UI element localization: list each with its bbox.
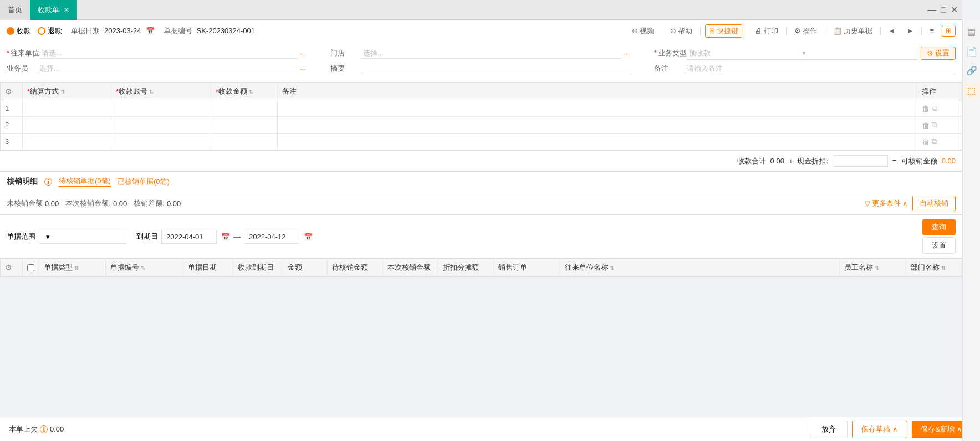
next-button[interactable]: ► (904, 25, 917, 36)
due-date-start-input[interactable] (161, 230, 217, 244)
sort-type[interactable]: ⇅ (74, 265, 79, 271)
row-1-delete-icon[interactable]: 🗑 (922, 104, 930, 113)
operation-button[interactable]: ⚙ 操作 (791, 25, 820, 37)
sort-icon-account[interactable]: ⇅ (149, 89, 154, 95)
save-new-arrow-icon[interactable]: ∧ (957, 425, 962, 433)
row-1-remarks[interactable] (278, 100, 917, 116)
done-tab[interactable]: 已核销单据(0笔) (118, 177, 170, 187)
store-input[interactable] (361, 48, 621, 59)
more-conditions-button[interactable]: ▽ 更多条件 ∧ (865, 198, 908, 208)
row-1-copy-icon[interactable]: ⧉ (932, 104, 937, 113)
row-1-account[interactable] (111, 100, 211, 116)
sidebar-icon-4[interactable]: ⬚ (964, 83, 979, 98)
staff-input[interactable] (37, 63, 298, 74)
radio-receipt[interactable]: 收款 (7, 26, 31, 36)
shortcut-button[interactable]: ⊞ 快捷键 (705, 24, 742, 38)
row-3-copy-icon[interactable]: ⧉ (932, 137, 937, 146)
save-draft-arrow-icon[interactable]: ∧ (892, 425, 898, 433)
due-date-end-input[interactable] (244, 230, 299, 244)
grid-view-button[interactable]: ⊞ (942, 25, 956, 37)
sidebar-icon-3[interactable]: 🔗 (964, 63, 979, 78)
bt-col-gear[interactable]: ⚙ (1, 259, 23, 276)
doc-date-value[interactable]: 2023-03-24 (104, 27, 141, 35)
row-3-remarks[interactable] (278, 134, 917, 150)
row-2-copy-icon[interactable]: ⧉ (932, 120, 937, 130)
prev-button[interactable]: ◄ (885, 25, 899, 36)
row-3-account[interactable] (111, 134, 211, 150)
business-type-select[interactable]: 预收款 ▾ (687, 47, 917, 60)
table-row: 3 🗑 ⧉ (1, 134, 962, 150)
print-button[interactable]: 🖨 打印 (752, 25, 782, 37)
help-button[interactable]: ⊙ 帮助 (667, 25, 696, 37)
sort-icon-amount[interactable]: ⇅ (249, 89, 253, 95)
sort-staff[interactable]: ⇅ (875, 265, 879, 271)
row-2-remarks[interactable] (278, 117, 917, 133)
shortcut-icon: ⊞ (709, 27, 715, 35)
settings-button[interactable]: ⚙ 设置 (921, 47, 956, 60)
info-icon[interactable]: ℹ (44, 178, 52, 186)
store-more-icon[interactable]: ··· (621, 49, 632, 58)
sort-no[interactable]: ⇅ (141, 265, 145, 271)
filter-settings-button[interactable]: 设置 (922, 237, 956, 254)
doc-date-calendar-icon[interactable]: 📅 (146, 27, 155, 35)
row-2-amount[interactable] (211, 117, 278, 133)
sort-dept[interactable]: ⇅ (941, 265, 946, 271)
col-settings[interactable]: ⚙ (1, 83, 23, 100)
pending-tab[interactable]: 待核销单据(0笔) (59, 176, 111, 187)
close-button[interactable]: ✕ (951, 4, 958, 15)
divider-1 (662, 27, 662, 35)
summary-input[interactable] (361, 63, 632, 74)
bottom-info-icon[interactable]: ℹ (40, 425, 48, 433)
video-button[interactable]: ⊙ 视频 (629, 25, 657, 37)
tab-home[interactable]: 首页 (0, 0, 30, 20)
row-3-settlement[interactable] (23, 134, 111, 150)
discount-label: 现金折扣: (797, 156, 828, 166)
due-date-filter: 到期日 📅 — 📅 (136, 230, 313, 244)
doc-no-label: 单据编号 (164, 26, 192, 36)
counterparty-more-icon[interactable]: ··· (298, 49, 308, 58)
row-3-delete-icon[interactable]: 🗑 (922, 137, 930, 146)
row-1-settlement[interactable] (23, 100, 111, 116)
maximize-button[interactable]: □ (941, 5, 946, 15)
minimize-button[interactable]: — (927, 5, 936, 15)
sort-icon-settlement[interactable]: ⇅ (60, 89, 65, 95)
staff-more-icon[interactable]: ··· (298, 65, 308, 73)
due-date-start-calendar-icon[interactable]: 📅 (221, 233, 230, 241)
auto-cancel-button[interactable]: 自动核销 (912, 196, 956, 211)
bt-col-no: 单据编号 ⇅ (106, 259, 183, 276)
query-button[interactable]: 查询 (922, 219, 956, 235)
receipt-type-group: 收款 退款 (7, 26, 62, 36)
tab-home-label: 首页 (8, 5, 22, 15)
save-draft-button[interactable]: 保存草稿 ∧ (852, 421, 907, 438)
row-2-delete-icon[interactable]: 🗑 (922, 121, 930, 130)
counterparty-input[interactable] (39, 48, 298, 59)
bt-col-check[interactable] (23, 259, 39, 276)
bt-gear-icon[interactable]: ⚙ (5, 263, 12, 272)
list-view-button[interactable]: ≡ (926, 25, 937, 36)
row-1-amount[interactable] (211, 100, 278, 116)
business-type-arrow: ▾ (802, 49, 915, 57)
select-all-checkbox[interactable] (27, 264, 34, 271)
doc-no-value[interactable]: SK-20230324-001 (197, 27, 256, 35)
due-date-end-calendar-icon[interactable]: 📅 (304, 233, 313, 241)
sidebar-icon-2[interactable]: 📄 (964, 44, 979, 59)
tab-receipt-close[interactable]: ✕ (64, 6, 69, 14)
window-controls: — □ ✕ (927, 4, 962, 15)
range-label: 单据范围 (7, 232, 35, 242)
range-select[interactable]: ▾ (39, 230, 127, 244)
row-2-settlement[interactable] (23, 117, 111, 133)
remarks-input[interactable] (685, 63, 956, 74)
radio-refund[interactable]: 退款 (38, 26, 62, 36)
tab-receipt[interactable]: 收款单 ✕ (30, 0, 77, 20)
gear-icon[interactable]: ⚙ (5, 87, 12, 96)
row-3-amount[interactable] (211, 134, 278, 150)
discount-input[interactable] (833, 155, 888, 167)
history-button[interactable]: 📋 历史单据 (830, 25, 876, 37)
right-sidebar: ▤ 📄 🔗 ⬚ (962, 20, 980, 441)
bt-col-amount: 金额 (283, 259, 328, 276)
abandon-button[interactable]: 放弃 (810, 421, 848, 438)
store-label: 门店 (330, 48, 361, 58)
row-2-account[interactable] (111, 117, 211, 133)
sidebar-icon-1[interactable]: ▤ (965, 24, 978, 39)
sort-counterparty[interactable]: ⇅ (610, 265, 614, 271)
